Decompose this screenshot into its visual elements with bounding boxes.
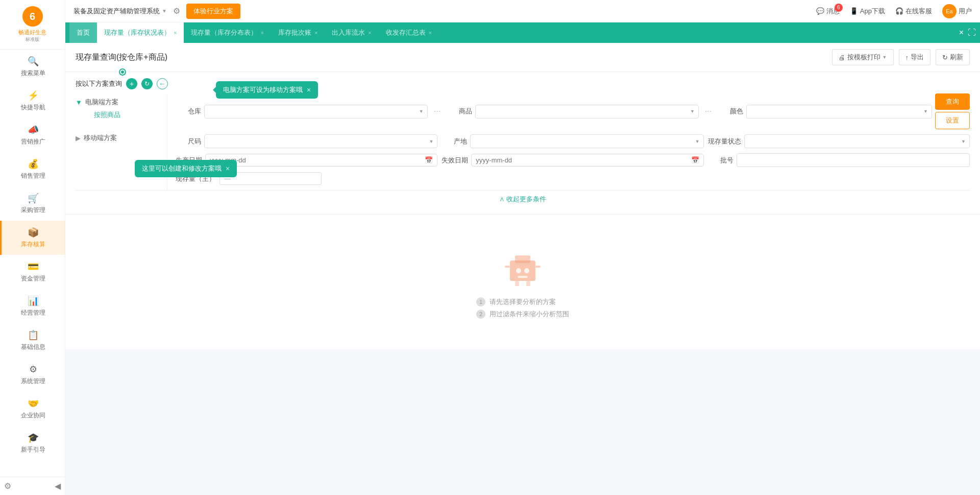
scheme-desktop-label: 电脑端方案	[85, 98, 118, 107]
sidebar-item-sales[interactable]: 💰 销售管理	[0, 152, 65, 186]
sidebar-item-basic[interactable]: 📋 基础信息	[0, 323, 65, 358]
sidebar-collapse-btn[interactable]: ◀	[55, 481, 61, 491]
tab-expand-icon[interactable]: ⛶	[968, 28, 976, 37]
message-icon: 💬	[816, 7, 824, 15]
sidebar-bottom: ⚙ ◀	[0, 477, 65, 495]
tab-close-inventory-status[interactable]: ×	[174, 30, 177, 36]
exp-date-label: 失效日期	[442, 156, 468, 165]
tooltip-create-scheme: 这里可以创建和修改方案哦 ×	[135, 160, 237, 177]
tab-close-batch-account[interactable]: ×	[314, 30, 317, 36]
goods-more-dots[interactable]: ···	[703, 107, 714, 116]
tooltip-1-close[interactable]: ×	[307, 86, 311, 94]
size-select[interactable]	[204, 134, 437, 148]
search-menu-icon: 🔍	[28, 56, 39, 67]
page-header: 现存量查询(按仓库+商品) 🖨 按模板打印 ▼ ↑ 导出 ↻ 刷新	[65, 43, 980, 72]
tab-close-inventory-dist[interactable]: ×	[260, 30, 263, 36]
main-area: 装备及固定资产辅助管理系统 ▼ ⚙ 体验行业方案 💬 消息 6 📱 App下载 …	[65, 0, 980, 495]
sidebar-item-marketing[interactable]: 📣 营销推广	[0, 118, 65, 152]
mfg-date-calendar-icon[interactable]: 📅	[425, 156, 433, 164]
sidebar-settings-btn[interactable]: ⚙	[4, 481, 11, 491]
filter-add-button[interactable]: +	[126, 78, 137, 89]
export-button[interactable]: ↑ 导出	[899, 49, 931, 65]
system-title-dropdown[interactable]: 装备及固定资产辅助管理系统 ▼	[74, 7, 167, 16]
empty-state: 1 请先选择要分析的方案 2 用过滤条件来缩小分析范围	[65, 215, 980, 349]
message-button[interactable]: 💬 消息 6	[816, 7, 840, 16]
tab-inventory-dist[interactable]: 现存量（库存分布表） ×	[184, 22, 271, 43]
scheme-sub-item[interactable]: 按照商品	[84, 109, 161, 121]
stock-status-select-wrapper	[744, 134, 970, 148]
template-print-button[interactable]: 🖨 按模板打印 ▼	[832, 49, 894, 65]
tab-recv-summary[interactable]: 收发存汇总表 ×	[379, 22, 439, 43]
purchase-icon: 🛒	[28, 193, 39, 204]
goods-select[interactable]	[475, 105, 699, 119]
export-icon: ↑	[905, 54, 909, 61]
filter-fields: 仓库 ··· 商品	[167, 93, 970, 190]
operation-icon: 📊	[28, 295, 39, 307]
sidebar-item-finance[interactable]: 💳 资金管理	[0, 255, 65, 289]
color-select[interactable]	[746, 105, 932, 119]
svg-rect-5	[505, 266, 510, 268]
batch-label: 批号	[708, 156, 733, 165]
user-menu[interactable]: Ea 用户	[942, 4, 972, 18]
tab-in-out-flow[interactable]: 出入库流水 ×	[325, 22, 378, 43]
sidebar-item-guide[interactable]: 🎓 新手引导	[0, 426, 65, 460]
field-group-warehouse: 仓库	[176, 105, 428, 119]
svg-rect-4	[518, 276, 528, 278]
print-dropdown-icon: ▼	[883, 55, 887, 60]
collapse-bar[interactable]: ∧ 收起更多条件	[76, 190, 970, 208]
print-icon: 🖨	[839, 54, 845, 61]
tab-batch-account[interactable]: 库存批次账 ×	[271, 22, 325, 43]
industry-button[interactable]: 体验行业方案	[186, 4, 240, 19]
field-group-goods: 商品	[447, 105, 699, 119]
sidebar-item-purchase[interactable]: 🛒 采购管理	[0, 186, 65, 221]
sidebar-item-operation[interactable]: 📊 经营管理	[0, 289, 65, 323]
filter-back-button[interactable]: ←	[157, 78, 168, 89]
sidebar-item-quick-nav[interactable]: ⚡ 快捷导航	[0, 84, 65, 118]
tooltip-2-close[interactable]: ×	[226, 164, 230, 173]
tooltip-scheme-mobile: 电脑方案可设为移动方案哦 ×	[216, 81, 318, 99]
field-group-batch: 批号	[708, 153, 970, 167]
online-service-button[interactable]: 🎧 在线客服	[895, 7, 932, 16]
size-select-wrapper	[204, 134, 437, 148]
warehouse-select[interactable]	[204, 105, 428, 119]
filter-row-2: 尺码 产地	[176, 134, 970, 148]
batch-input[interactable]	[737, 153, 970, 167]
color-select-wrapper	[746, 105, 932, 119]
filter-reset-button[interactable]: ↻	[141, 78, 153, 89]
sidebar-item-search-menu[interactable]: 🔍 搜索菜单	[0, 50, 65, 84]
field-group-size: 尺码	[176, 134, 437, 148]
field-group-origin: 产地	[442, 134, 703, 148]
tab-close-recv-summary[interactable]: ×	[429, 30, 432, 36]
gear-button[interactable]: ⚙	[173, 6, 180, 16]
tab-home[interactable]: 首页	[69, 22, 97, 43]
header-right: 💬 消息 6 📱 App下载 🎧 在线客服 Ea 用户	[816, 4, 972, 18]
exp-date-input[interactable]	[476, 156, 689, 164]
stock-status-select[interactable]	[744, 134, 970, 148]
sidebar-item-inventory[interactable]: 📦 库存核算	[0, 221, 65, 255]
sales-icon: 💰	[28, 158, 39, 170]
tooltip-1-text: 电脑方案可设为移动方案哦	[223, 85, 303, 95]
tab-close-in-out-flow[interactable]: ×	[368, 30, 371, 36]
mfg-date-input[interactable]	[210, 156, 423, 164]
exp-date-calendar-icon[interactable]: 📅	[691, 156, 699, 164]
settings-button[interactable]: 设置	[935, 112, 970, 129]
logo-text: 畅通好生意 标准版	[18, 29, 46, 43]
empty-steps: 1 请先选择要分析的方案 2 用过滤条件来缩小分析范围	[476, 297, 569, 319]
scheme-item-mobile[interactable]: ▶ 移动端方案	[76, 131, 161, 145]
sidebar-item-system[interactable]: ⚙ 系统管理	[0, 358, 65, 392]
content-inner: 现存量查询(按仓库+商品) 🖨 按模板打印 ▼ ↑ 导出 ↻ 刷新	[65, 43, 980, 349]
field-group-color: 颜色 查询 设置	[718, 93, 970, 129]
filter-row-3: 生产日期 📅 失效日期 📅	[176, 153, 970, 167]
scheme-item-desktop[interactable]: ▼ 电脑端方案	[76, 96, 161, 109]
origin-select[interactable]	[470, 134, 703, 148]
tab-inventory-status[interactable]: 现存量（库存状况表） ×	[97, 22, 184, 43]
field-group-stock-status: 现存量状态	[708, 134, 970, 148]
origin-label: 产地	[442, 137, 467, 146]
svg-rect-8	[526, 281, 530, 286]
tab-close-all-icon[interactable]: ×	[959, 28, 964, 37]
warehouse-more-dots[interactable]: ···	[432, 107, 443, 116]
search-button[interactable]: 查询	[935, 93, 970, 110]
refresh-button[interactable]: ↻ 刷新	[936, 49, 970, 65]
sidebar-item-enterprise[interactable]: 🤝 企业协同	[0, 392, 65, 426]
app-download-button[interactable]: 📱 App下载	[850, 7, 885, 16]
